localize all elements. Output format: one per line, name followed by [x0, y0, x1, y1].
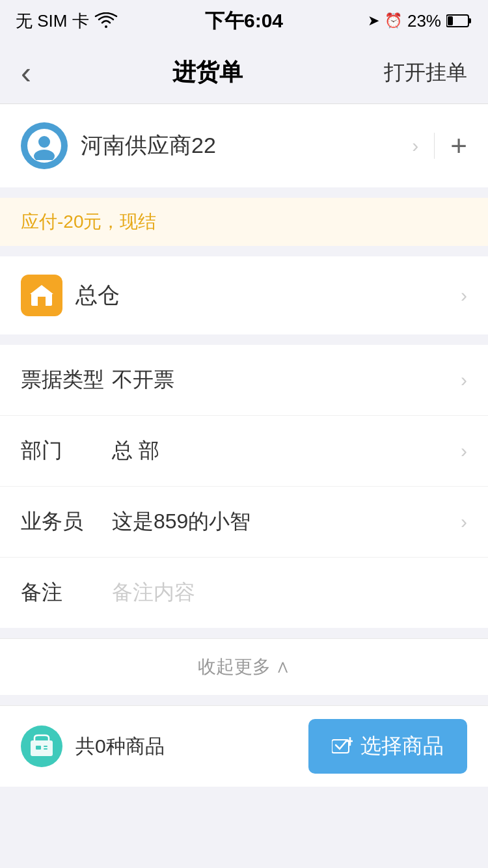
add-supplier-button[interactable]: + — [450, 129, 467, 162]
status-bar: 无 SIM 卡 下午6:04 ➤ ⏰ 23% — [0, 0, 488, 42]
status-time: 下午6:04 — [205, 8, 283, 34]
status-right: ➤ ⏰ 23% — [368, 11, 472, 31]
supplier-divider — [434, 133, 435, 159]
product-count-text: 共0种商品 — [75, 733, 308, 760]
svg-rect-11 — [44, 748, 47, 750]
dept-value: 总 部 — [112, 437, 461, 465]
wifi-icon — [94, 12, 118, 29]
notice-text: 应付-20元，现结 — [21, 211, 156, 232]
svg-point-3 — [38, 136, 50, 148]
salesperson-chevron-icon: › — [461, 511, 467, 533]
salesperson-value: 这是859的小智 — [112, 508, 461, 536]
remark-input[interactable]: 备注内容 — [112, 578, 467, 607]
bottom-bar: 共0种商品 选择商品 — [0, 705, 488, 787]
supplier-avatar — [21, 122, 68, 169]
remark-label: 备注 — [21, 578, 112, 607]
supplier-section: 河南供应商22 › + — [0, 104, 488, 187]
product-icon — [21, 726, 62, 767]
supplier-chevron-icon: › — [412, 135, 418, 157]
select-product-button[interactable]: 选择商品 — [308, 719, 467, 774]
select-product-icon — [332, 737, 353, 755]
dept-row[interactable]: 部门 总 部 › — [0, 416, 488, 487]
page-title: 进货单 — [172, 57, 243, 88]
invoice-chevron-icon: › — [461, 369, 467, 391]
invoice-label: 票据类型 — [21, 366, 112, 394]
location-icon: ➤ — [368, 12, 379, 29]
svg-rect-9 — [36, 746, 41, 750]
svg-rect-8 — [31, 740, 53, 756]
battery-icon — [446, 14, 472, 28]
form-section: 票据类型 不开票 › 部门 总 部 › 业务员 这是859的小智 › 备注 备注… — [0, 345, 488, 628]
svg-marker-6 — [30, 285, 53, 294]
gray-area — [0, 787, 488, 868]
collapse-row[interactable]: 收起更多 ∧ — [0, 638, 488, 695]
warehouse-chevron-icon: › — [461, 284, 467, 306]
salesperson-row[interactable]: 业务员 这是859的小智 › — [0, 487, 488, 558]
svg-rect-10 — [44, 746, 47, 747]
supplier-name: 河南供应商22 — [81, 131, 412, 161]
svg-rect-1 — [468, 18, 471, 23]
svg-rect-2 — [448, 16, 453, 25]
dept-chevron-icon: › — [461, 440, 467, 462]
dept-label: 部门 — [21, 437, 112, 465]
invoice-row[interactable]: 票据类型 不开票 › — [0, 345, 488, 416]
salesperson-label: 业务员 — [21, 508, 112, 536]
warehouse-icon — [21, 275, 62, 316]
invoice-value: 不开票 — [112, 366, 461, 394]
alarm-icon: ⏰ — [385, 12, 402, 29]
sim-text: 无 SIM 卡 — [16, 10, 89, 33]
warehouse-section: 总仓 › — [0, 256, 488, 334]
collapse-text: 收起更多 ∧ — [198, 655, 291, 679]
svg-point-4 — [34, 150, 55, 160]
back-button[interactable]: ‹ — [21, 55, 31, 90]
warehouse-row[interactable]: 总仓 › — [0, 256, 488, 334]
nav-bar: ‹ 进货单 打开挂单 — [0, 42, 488, 104]
open-pending-button[interactable]: 打开挂单 — [384, 59, 467, 87]
remark-row[interactable]: 备注 备注内容 — [0, 558, 488, 628]
warehouse-name: 总仓 — [75, 280, 461, 310]
notice-banner: 应付-20元，现结 — [0, 198, 488, 246]
supplier-row[interactable]: 河南供应商22 › + — [0, 104, 488, 187]
select-product-label: 选择商品 — [360, 732, 444, 761]
status-left: 无 SIM 卡 — [16, 10, 118, 33]
svg-rect-7 — [38, 297, 46, 306]
battery-percent: 23% — [407, 11, 441, 31]
